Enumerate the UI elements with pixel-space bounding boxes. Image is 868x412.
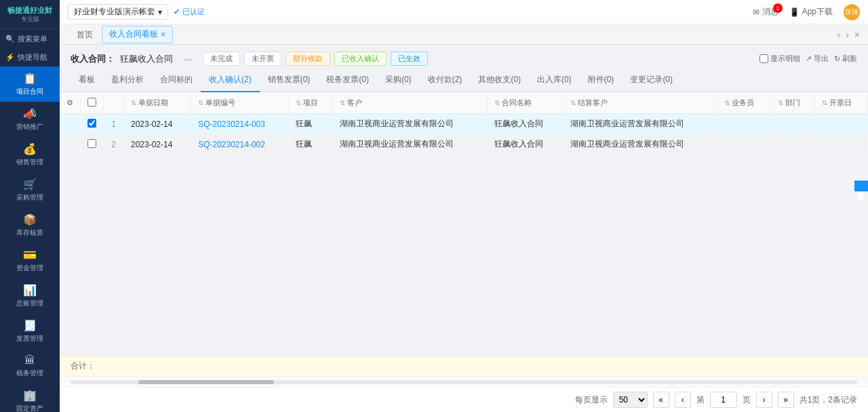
customer-col-header[interactable]: ⇅ 客户 (333, 92, 487, 114)
next-page-btn[interactable]: › (756, 392, 772, 408)
tab-home[interactable]: 首页 (68, 26, 102, 43)
status-confirmed[interactable]: 已收入确认 (334, 52, 387, 66)
order-no-col-header[interactable]: ⇅ 单据编号 (191, 92, 289, 114)
sidebar-item-inventory[interactable]: 📦 库存核算 (0, 208, 60, 243)
tab-other-income[interactable]: 其他收支(0) (470, 69, 529, 92)
date-col-header[interactable]: ⇅ 单据日期 (124, 92, 191, 114)
sidebar-item-capital[interactable]: 💳 资金管理 (0, 243, 60, 278)
contract-col-header[interactable]: ⇅ 合同名称 (487, 92, 563, 114)
certified-badge: ✔ 已认证 (174, 7, 205, 17)
status-uncomplete[interactable]: 未完成 (203, 52, 240, 66)
content-tabs: 看板 盈利分析 合同标的 收入确认(2) 销售发票(0) 税务发票(0) 采购(… (60, 69, 868, 92)
tab-purchase[interactable]: 采购(0) (377, 69, 420, 92)
sidebar-item-purchase[interactable]: 🛒 采购管理 (0, 172, 60, 208)
order-no-link[interactable]: SQ-20230214-003 (198, 119, 265, 129)
sidebar-item-project[interactable]: 📋 项目合同 (0, 67, 60, 102)
per-page-select[interactable]: 20 50 100 (613, 392, 648, 408)
invoice-icon: 🧾 (23, 319, 37, 332)
tab-payment[interactable]: 收付款(2) (420, 69, 471, 92)
last-page-btn[interactable]: » (778, 392, 794, 408)
tab-warehouse[interactable]: 出入库(0) (529, 69, 580, 92)
general-icon: 📊 (23, 284, 37, 297)
checkbox-cell[interactable] (81, 134, 104, 155)
select-all-checkbox[interactable] (87, 98, 96, 107)
order-no-cell[interactable]: SQ-20230214-003 (191, 114, 289, 134)
nav-next-btn[interactable]: › (846, 29, 849, 40)
sidebar-item-general[interactable]: 📊 总账管理 (0, 278, 60, 314)
certified-label: 已认证 (182, 7, 205, 17)
scrollbar-thumb[interactable] (138, 380, 274, 384)
tab-tax-invoice[interactable]: 税务发票(0) (318, 69, 377, 92)
open-date-col-header[interactable]: ⇅ 开票日 (814, 92, 867, 114)
first-page-btn[interactable]: « (653, 392, 669, 408)
more-options-btn[interactable]: ··· (178, 52, 197, 66)
row-checkbox[interactable] (87, 139, 96, 148)
table-row[interactable]: 1 2023-02-14 SQ-20230214-003 狂飙 湖南卫视商业运营… (60, 114, 868, 134)
refresh-btn[interactable]: ↻ 刷新 (834, 54, 857, 64)
sidebar-item-label: 项目合同 (16, 87, 43, 96)
project-cell: 狂飙 (289, 134, 333, 155)
prev-page-btn[interactable]: ‹ (675, 392, 691, 408)
user-avatar[interactable]: 珠珠 (844, 4, 860, 20)
order-no-cell[interactable]: SQ-20230214-002 (191, 134, 289, 155)
settings-col-header[interactable]: ⚙ (60, 92, 81, 114)
order-no-link[interactable]: SQ-20230214-002 (198, 140, 265, 149)
table-footer: 合计： (60, 356, 868, 376)
tab-kanban[interactable]: 看板 (71, 69, 103, 92)
capital-icon: 💳 (23, 248, 37, 261)
detail-checkbox-input[interactable] (760, 54, 768, 63)
sales-icon: 💰 (23, 143, 37, 155)
contract-cell: 狂飙收入合同 (487, 114, 563, 134)
logo-sub: 专业版 (3, 15, 57, 24)
billing-customer-col-header[interactable]: ⇅ 结算客户 (563, 92, 717, 114)
project-col-header[interactable]: ⇅ 项目 (289, 92, 333, 114)
sidebar-item-label: 销售管理 (16, 157, 43, 167)
tab-sales-invoice[interactable]: 销售发票(0) (260, 69, 319, 92)
tab-change-log[interactable]: 变更记录(0) (622, 69, 681, 92)
sort-icon: ⇅ (131, 99, 136, 107)
sort-icon: ⇅ (296, 99, 301, 107)
page-number-input[interactable] (710, 392, 737, 408)
show-detail-checkbox[interactable]: 显示明细 (760, 54, 800, 64)
sidebar-item-sales[interactable]: 💰 销售管理 (0, 137, 60, 172)
search-icon: 🔍 (5, 35, 15, 43)
inventory-icon: 📦 (23, 213, 37, 226)
sidebar-item-invoice[interactable]: 🧾 发票管理 (0, 314, 60, 349)
nav-close-btn[interactable]: × (854, 29, 860, 40)
tab-income-confirm[interactable]: 收入确认(2) (201, 69, 260, 92)
tab-contract-subject[interactable]: 合同标的 (152, 69, 201, 92)
message-action[interactable]: ✉ 消息 1 (753, 6, 778, 18)
export-btn[interactable]: ↗ 导出 (806, 54, 829, 64)
row-checkbox[interactable] (87, 119, 96, 128)
sidebar-item-marketing[interactable]: 📣 营销推广 (0, 102, 60, 137)
salesperson-col-header[interactable]: ⇅ 业务员 (717, 92, 770, 114)
tab-attachment[interactable]: 附件(0) (580, 69, 623, 92)
project-cell: 狂飙 (289, 114, 333, 134)
checkbox-col-header[interactable] (81, 92, 104, 114)
sort-icon: ⇅ (724, 99, 730, 107)
marketing-icon: 📣 (23, 107, 37, 120)
tab-close-icon[interactable]: × (161, 30, 165, 39)
tax-icon: 🏛 (24, 354, 35, 367)
sidebar-item-fixed-assets[interactable]: 🏢 固定资产 (0, 383, 60, 412)
status-uninvoiced[interactable]: 未开票 (244, 52, 281, 66)
sidebar-item-tax[interactable]: 🏛 税务管理 (0, 349, 60, 383)
status-effective[interactable]: 已生效 (391, 52, 428, 66)
sidebar-item-label: 固定资产 (16, 404, 43, 412)
status-partial[interactable]: 部分收款 (285, 52, 330, 66)
tab-profit[interactable]: 盈利分析 (103, 69, 152, 92)
nav-prev-btn[interactable]: ‹ (837, 29, 840, 40)
tab-contract-board[interactable]: 收入合同看板 × (102, 26, 173, 43)
sidebar-item-label: 库存核算 (16, 228, 43, 238)
quick-entry-btn[interactable]: 快捷录入 (854, 181, 868, 191)
department-col-header[interactable]: ⇅ 部门 (770, 92, 814, 114)
topbar-right: ✉ 消息 1 📱 App下载 珠珠 (753, 4, 860, 20)
contract-cell: 狂飙收入合同 (487, 134, 563, 155)
company-selector[interactable]: 好业财专业版演示帐套 ▾ (68, 4, 168, 20)
checkbox-cell[interactable] (81, 114, 104, 134)
quick-nav[interactable]: ⚡ 快捷导航 (0, 48, 60, 67)
sidebar-search[interactable]: 🔍 搜索菜单 (0, 30, 60, 48)
app-download-action[interactable]: 📱 App下载 (789, 6, 833, 18)
table-row[interactable]: 2 2023-02-14 SQ-20230214-002 狂飙 湖南卫视商业运营… (60, 134, 868, 155)
search-label: 搜索菜单 (18, 34, 47, 44)
